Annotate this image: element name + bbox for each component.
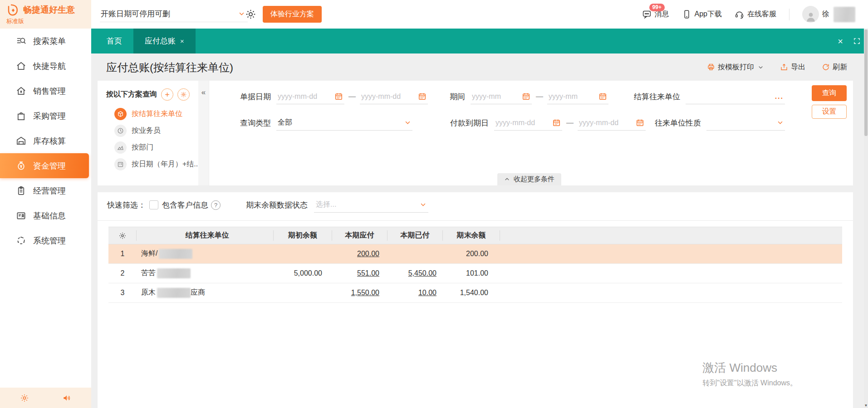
avatar [802, 6, 819, 23]
sidebar-item-search-menu[interactable]: 搜索菜单 [0, 29, 91, 53]
vertical-scrollbar[interactable]: ▼ [864, 29, 868, 408]
scheme-item-by-salesperson[interactable]: 按业务员 [114, 125, 209, 137]
table-row[interactable]: 2苦苦5,000.00551.005,450.00101.00 [108, 264, 842, 283]
filter-form: 单据日期 yyyy-mm-dd — yyyy-mm-dd 期间 [210, 81, 853, 185]
doc-date-label: 单据日期 [233, 92, 271, 102]
add-scheme-button[interactable] [161, 88, 173, 101]
refresh-button[interactable]: 刷新 [822, 63, 847, 72]
header-payable[interactable]: 本期应付 [332, 230, 387, 241]
fullscreen-icon[interactable] [853, 37, 861, 45]
calendar-icon[interactable] [334, 92, 343, 101]
scheme-item-by-date[interactable]: 按日期（年月）+结... [114, 158, 209, 170]
calendar-list-icon [114, 158, 127, 170]
unit-nature-label: 往来单位性质 [655, 118, 701, 128]
scroll-down-arrow-icon[interactable]: ▼ [864, 403, 868, 408]
table-row[interactable]: 3原木应商1,550.0010.001,540.00 [108, 283, 842, 303]
chevron-down-icon [420, 201, 427, 208]
settle-unit-input[interactable]: ... [686, 89, 785, 104]
brand-edition: 标准版 [6, 17, 91, 25]
unit-nature-select[interactable] [706, 116, 785, 131]
header-paid[interactable]: 本期已付 [387, 230, 443, 241]
export-button[interactable]: 导出 [780, 63, 805, 72]
sidebar-item-sales[interactable]: 销售管理 [0, 78, 91, 103]
period-payable[interactable]: 1,550.00 [332, 289, 387, 297]
collapse-scheme-panel-handle[interactable]: « [198, 81, 209, 185]
sidebar-item-inventory[interactable]: 库存核算 [0, 128, 91, 153]
warehouse-icon [16, 136, 26, 146]
settle-unit-name: 海鲜/ [137, 249, 274, 259]
period-payable[interactable]: 551.00 [332, 269, 387, 277]
scheme-item-by-settle-unit[interactable]: 按结算往来单位 [114, 108, 209, 120]
table-body: 1海鲜/200.00200.002苦苦5,000.00551.005,450.0… [108, 244, 842, 303]
app-download-button[interactable]: App下载 [682, 10, 722, 19]
sidebar-item-purchase[interactable]: 采购管理 [0, 103, 91, 128]
online-support-label: 在线客服 [747, 10, 776, 19]
print-by-template-button[interactable]: 按模板打印 [707, 63, 764, 72]
period-label: 期间 [450, 92, 465, 102]
period-from-input[interactable]: yyyy-mm [471, 89, 532, 104]
period-payable[interactable]: 200.00 [332, 250, 387, 258]
settings-gear-icon[interactable] [20, 393, 29, 403]
account-set-dropdown[interactable]: 开账日期可停用可删 [100, 6, 248, 22]
sidebar-item-label: 快捷导航 [33, 61, 66, 72]
doc-date-from-input[interactable]: yyyy-mm-dd [276, 89, 344, 104]
scheme-settings-button[interactable] [177, 88, 190, 101]
calendar-icon[interactable] [418, 92, 427, 101]
chart-icon [114, 141, 127, 154]
chevron-down-icon [777, 119, 784, 126]
messages-button[interactable]: 消息 99+ [642, 10, 669, 19]
header-opening-balance[interactable]: 期初余额 [274, 230, 332, 241]
sidebar-item-funds[interactable]: 资金管理 [0, 153, 89, 178]
row-number: 1 [108, 250, 137, 258]
column-settings-icon[interactable] [118, 232, 127, 240]
query-type-select[interactable]: 全部 [276, 116, 412, 131]
calendar-icon[interactable] [552, 118, 561, 127]
sound-icon[interactable] [62, 393, 71, 403]
header-settle-unit[interactable]: 结算往来单位 [137, 230, 274, 241]
calendar-icon[interactable] [522, 92, 530, 101]
tab-close-icon[interactable]: × [180, 37, 184, 45]
sidebar-footer [0, 388, 91, 408]
tab-payable-ledger[interactable]: 应付总账 × [133, 29, 196, 53]
trial-solution-button[interactable]: 体验行业方案 [263, 6, 322, 23]
doc-date-to-input[interactable]: yyyy-mm-dd [360, 89, 428, 104]
calendar-icon[interactable] [636, 118, 644, 127]
include-customer-label: 包含客户信息 [162, 200, 208, 210]
include-customer-checkbox[interactable] [149, 200, 158, 209]
windows-watermark: 激活 Windows 转到"设置"以激活 Windows。 [702, 360, 797, 388]
scheme-item-by-department[interactable]: 按部门 [114, 141, 209, 154]
collapse-left-icon: « [201, 88, 206, 97]
header-closing-balance[interactable]: 期末余额 [443, 230, 500, 241]
scrollbar-thumb[interactable] [864, 29, 868, 136]
calendar-icon[interactable] [598, 92, 607, 101]
table-row[interactable]: 1海鲜/200.00200.00 [108, 244, 842, 264]
due-date-from-input[interactable]: yyyy-mm-dd [494, 116, 562, 131]
headset-icon [735, 10, 744, 19]
search-button[interactable]: 查询 [812, 85, 847, 101]
system-icon [16, 235, 26, 246]
period-to-input[interactable]: yyyy-mm [547, 89, 608, 104]
more-options-icon[interactable]: ... [775, 92, 784, 101]
tab-home[interactable]: 首页 [95, 29, 133, 53]
period-paid[interactable]: 5,450.00 [387, 269, 443, 277]
clock-icon [114, 125, 127, 137]
chevron-down-icon[interactable] [758, 64, 764, 70]
gear-icon[interactable] [245, 9, 256, 20]
quick-filter-label: 快速筛选： [107, 200, 146, 210]
sidebar-item-operations[interactable]: 经营管理 [0, 178, 91, 203]
help-icon[interactable]: ? [211, 200, 221, 210]
sidebar-item-quick-nav[interactable]: 快捷导航 [0, 53, 91, 78]
close-all-icon[interactable]: × [838, 37, 843, 46]
period-paid[interactable]: 10.00 [387, 289, 443, 297]
person-icon [805, 11, 817, 23]
cube-icon [114, 108, 127, 120]
online-support-button[interactable]: 在线客服 [735, 10, 776, 19]
sidebar-item-system[interactable]: 系统管理 [0, 228, 91, 253]
user-account[interactable]: 徐 [802, 6, 855, 23]
settings-button[interactable]: 设置 [812, 105, 847, 119]
sidebar-item-base-info[interactable]: 基础信息 [0, 203, 91, 228]
closing-balance-status-select[interactable]: 选择... [314, 198, 428, 213]
collapse-more-conditions[interactable]: 收起更多条件 [497, 173, 561, 185]
ledger-table: 结算往来单位 期初余额 本期应付 本期已付 期末余额 1海鲜/200.00200… [108, 227, 842, 303]
due-date-to-input[interactable]: yyyy-mm-dd [578, 116, 646, 131]
